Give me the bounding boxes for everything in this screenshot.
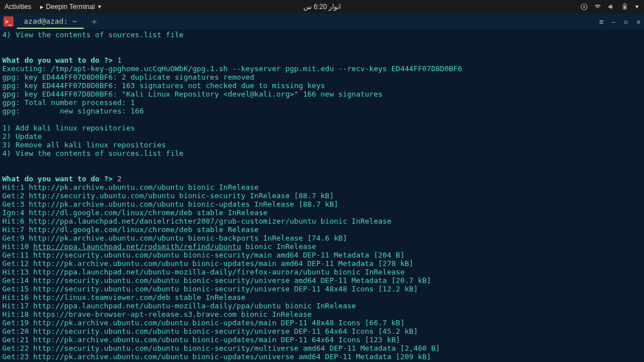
terminal-line: 1) Add kali linux repositories bbox=[2, 124, 642, 132]
terminal-line: Get:20 http://security.ubuntu.com/ubuntu… bbox=[2, 327, 642, 335]
svg-rect-3 bbox=[624, 3, 625, 4]
terminal-line: gpg: key ED444FF07D8D0BF6: 163 signature… bbox=[2, 81, 642, 90]
minimize-button[interactable]: — bbox=[612, 18, 616, 26]
terminal-line bbox=[2, 158, 642, 166]
activities-button[interactable]: Activities bbox=[5, 3, 31, 11]
terminal-line: Get:14 http://security.ubuntu.com/ubuntu… bbox=[2, 276, 642, 285]
terminal-line: Get:11 http://security.ubuntu.com/ubuntu… bbox=[2, 251, 642, 259]
volume-icon[interactable] bbox=[607, 3, 615, 11]
terminal-line: Hit:17 http://ppa.launchpad.net/ubuntu-m… bbox=[2, 302, 642, 310]
terminal-tabbar: >_ azad@azad: ~ + ≡ — ▫ ✕ bbox=[0, 14, 644, 29]
terminal-line bbox=[2, 166, 642, 175]
terminal-line: Get:23 http://pk.archive.ubuntu.com/ubun… bbox=[2, 352, 642, 361]
terminal-line: Hit:16 http://linux.teamviewer.com/deb s… bbox=[2, 293, 642, 302]
terminal-line: gpg: key ED444FF07D8D0BF6: "Kali Linux R… bbox=[2, 90, 642, 98]
terminal-line: Get:12 http://pk.archive.ubuntu.com/ubun… bbox=[2, 259, 642, 268]
terminal-line: Get:2 http://security.ubuntu.com/ubuntu … bbox=[2, 191, 642, 200]
maximize-button[interactable]: ▫ bbox=[624, 18, 628, 26]
terminal-line: 2) Update bbox=[2, 132, 642, 141]
terminal-line: gpg: new signatures: 166 bbox=[2, 107, 642, 115]
new-tab-button[interactable]: + bbox=[87, 14, 102, 29]
terminal-line: Ign:4 http://dl.google.com/linux/chrome/… bbox=[2, 208, 642, 217]
clock[interactable]: انوار 6:20 س bbox=[303, 3, 341, 11]
terminal-line: Hit:6 http://ppa.launchpad.net/danielric… bbox=[2, 217, 642, 225]
chevron-down-icon: ▼ bbox=[97, 4, 102, 10]
network-icon[interactable] bbox=[594, 3, 602, 11]
terminal-tab[interactable]: azad@azad: ~ bbox=[17, 15, 84, 29]
terminal-app-icon: >_ bbox=[3, 16, 14, 27]
svg-point-1 bbox=[583, 6, 585, 8]
terminal-line: 3) Remove all kali linux repositories bbox=[2, 141, 642, 149]
menu-button[interactable]: ≡ bbox=[599, 18, 604, 26]
terminal-line: Get:15 http://security.ubuntu.com/ubuntu… bbox=[2, 285, 642, 293]
terminal-line: Hit:1 http://pk.archive.ubuntu.com/ubunt… bbox=[2, 183, 642, 191]
settings-icon[interactable] bbox=[580, 3, 588, 11]
terminal-line: Executing: /tmp/apt-key-gpghome.ucCqHuOW… bbox=[2, 64, 642, 73]
terminal-line bbox=[2, 39, 642, 47]
app-menu[interactable]: ▸ Deepin Terminal ▼ bbox=[40, 3, 102, 11]
terminal-line: What do you want to do ?> 1 bbox=[2, 56, 642, 64]
terminal-line: Hit:10 http://ppa.launchpad.net/rodsmith… bbox=[2, 242, 642, 251]
terminal-output[interactable]: 4) View the contents of sources.list fil… bbox=[0, 29, 644, 362]
terminal-line: Get:22 http://security.ubuntu.com/ubuntu… bbox=[2, 344, 642, 352]
system-topbar: Activities ▸ Deepin Terminal ▼ انوار 6:2… bbox=[0, 0, 644, 14]
terminal-line: Hit:13 http://ppa.launchpad.net/ubuntu-m… bbox=[2, 268, 642, 276]
terminal-line: Get:3 http://pk.archive.ubuntu.com/ubunt… bbox=[2, 200, 642, 208]
terminal-line: Hit:7 http://dl.google.com/linux/chrome/… bbox=[2, 225, 642, 234]
terminal-line: gpg: key ED444FF07D8D0BF6: 2 duplicate s… bbox=[2, 73, 642, 81]
terminal-line: 4) View the contents of sources.list fil… bbox=[2, 30, 642, 39]
terminal-line: 4) View the contents of sources.list fil… bbox=[2, 149, 642, 158]
app-name-label: Deepin Terminal bbox=[46, 3, 95, 11]
terminal-line: Get:9 http://pk.archive.ubuntu.com/ubunt… bbox=[2, 234, 642, 242]
terminal-line: gpg: Total number processed: 1 bbox=[2, 98, 642, 107]
battery-icon[interactable] bbox=[621, 3, 629, 11]
terminal-line: Get:21 http://pk.archive.ubuntu.com/ubun… bbox=[2, 335, 642, 344]
terminal-indicator-icon: ▸ bbox=[40, 3, 43, 11]
terminal-line: Hit:18 https://brave-browser-apt-release… bbox=[2, 310, 642, 319]
close-button[interactable]: ✕ bbox=[636, 18, 641, 26]
terminal-line: Get:19 http://pk.archive.ubuntu.com/ubun… bbox=[2, 319, 642, 327]
terminal-line: What do you want to do ?> 2 bbox=[2, 175, 642, 183]
chevron-down-icon[interactable]: ▼ bbox=[634, 4, 639, 10]
terminal-line bbox=[2, 47, 642, 56]
svg-rect-4 bbox=[624, 6, 626, 9]
terminal-line bbox=[2, 115, 642, 124]
hyperlink[interactable]: http://ppa.launchpad.net/rodsmith/refind… bbox=[33, 242, 241, 251]
